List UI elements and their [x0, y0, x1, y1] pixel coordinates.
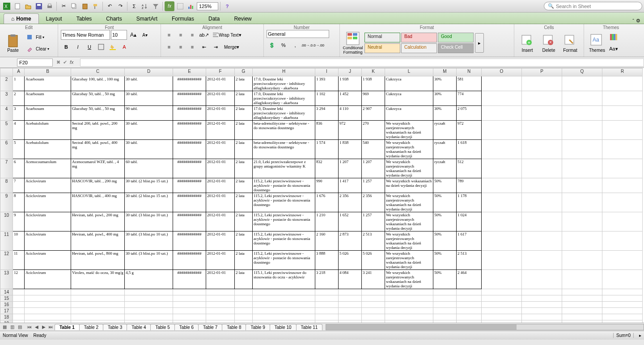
- column-header[interactable]: B: [25, 68, 71, 76]
- cell[interactable]: Aciclovirum: [25, 231, 71, 251]
- column-header[interactable]: H: [253, 68, 315, 76]
- cell[interactable]: Sectral 400, tabl. powl., 400 mg: [71, 140, 125, 159]
- cell[interactable]: 2 873: [339, 231, 362, 251]
- cell[interactable]: [562, 295, 602, 302]
- cell[interactable]: [339, 295, 362, 302]
- cell[interactable]: 2 lata: [235, 212, 253, 231]
- cell[interactable]: 774: [457, 91, 482, 106]
- cell[interactable]: [602, 121, 643, 140]
- cell[interactable]: [173, 320, 206, 323]
- cell[interactable]: [173, 308, 206, 314]
- cell[interactable]: 4: [13, 121, 25, 140]
- chart-icon[interactable]: [186, 1, 196, 11]
- cell[interactable]: [522, 140, 562, 159]
- cell[interactable]: [602, 289, 643, 295]
- cell[interactable]: 50%: [433, 212, 457, 231]
- cell[interactable]: [522, 121, 562, 140]
- sheet-tab[interactable]: Table 8: [222, 324, 246, 330]
- cell[interactable]: [602, 295, 643, 302]
- cell[interactable]: [457, 320, 482, 323]
- cell[interactable]: [562, 308, 602, 314]
- align-left-icon[interactable]: ≡: [164, 42, 174, 52]
- cell[interactable]: 30 tabl. (3 blist.po 10 szt.): [125, 251, 173, 270]
- cell[interactable]: [562, 140, 602, 159]
- tab-tables[interactable]: Tables: [69, 14, 99, 24]
- tab-charts[interactable]: Charts: [99, 14, 129, 24]
- cell[interactable]: 60 tabl.: [125, 159, 173, 178]
- cell[interactable]: 1 178: [457, 193, 482, 212]
- cell[interactable]: 1 257: [362, 212, 385, 231]
- row-header[interactable]: 18: [0, 314, 13, 320]
- cell[interactable]: [482, 178, 522, 193]
- cell[interactable]: 2012-01-01: [206, 140, 235, 159]
- cell[interactable]: [253, 289, 315, 295]
- filter-icon[interactable]: [151, 1, 161, 11]
- cell[interactable]: [253, 308, 315, 314]
- cell[interactable]: [173, 295, 206, 302]
- cell[interactable]: [562, 76, 602, 91]
- cell[interactable]: 11: [13, 251, 25, 270]
- cell[interactable]: 836: [315, 121, 339, 140]
- cell[interactable]: [562, 106, 602, 121]
- cell[interactable]: 1 838: [339, 140, 362, 159]
- save-icon[interactable]: [34, 1, 44, 11]
- cell[interactable]: [482, 320, 522, 323]
- undo-icon[interactable]: ↶: [105, 1, 114, 11]
- cell[interactable]: 8: [13, 193, 25, 212]
- cell[interactable]: [602, 231, 643, 251]
- style-bad[interactable]: Bad: [401, 33, 437, 42]
- cell[interactable]: [602, 159, 643, 178]
- cell[interactable]: Acarbosum: [25, 106, 71, 121]
- view-break-icon[interactable]: ▤: [16, 324, 23, 330]
- currency-icon[interactable]: 💲: [267, 40, 277, 50]
- cell[interactable]: [433, 295, 457, 302]
- cell[interactable]: [385, 314, 433, 320]
- cell[interactable]: [25, 302, 71, 308]
- cell[interactable]: [385, 289, 433, 295]
- style-neutral[interactable]: Neutral: [364, 43, 400, 53]
- cell[interactable]: 50%: [433, 178, 457, 193]
- cell[interactable]: 1 938: [362, 76, 385, 91]
- sheet-tab[interactable]: Table 7: [198, 324, 222, 330]
- indent-decrease-icon[interactable]: ⇤: [199, 42, 209, 52]
- cell[interactable]: [482, 106, 522, 121]
- cell[interactable]: [25, 320, 71, 323]
- cell[interactable]: HASCOVIR, tabl. , 400 mg: [71, 193, 125, 212]
- cell[interactable]: [562, 320, 602, 323]
- sheet-area[interactable]: ABCDEFGHIJKLMNOPQR21AcarbosumGlucobay 10…: [0, 68, 644, 323]
- cell[interactable]: 1 102: [315, 91, 339, 106]
- align-top-icon[interactable]: ≡: [164, 30, 174, 40]
- cell[interactable]: [13, 320, 25, 323]
- cell[interactable]: [206, 320, 235, 323]
- cell[interactable]: [125, 289, 173, 295]
- cancel-formula-icon[interactable]: ✖: [56, 59, 60, 65]
- cell[interactable]: [339, 320, 362, 323]
- fill-button[interactable]: [24, 32, 35, 42]
- increase-decimal-icon[interactable]: .0→.00: [313, 40, 324, 50]
- cell[interactable]: 3 888: [315, 251, 339, 270]
- cell[interactable]: 17.0, Doustne leki przeciwcukrzycowe - i…: [253, 91, 315, 106]
- cell[interactable]: [522, 314, 562, 320]
- cell[interactable]: 2 lata: [235, 91, 253, 106]
- cell[interactable]: Cukrzyca: [385, 76, 433, 91]
- cell[interactable]: [235, 302, 253, 308]
- cell[interactable]: [562, 251, 602, 270]
- column-header[interactable]: C: [71, 68, 125, 76]
- cell[interactable]: 2 lata: [235, 76, 253, 91]
- cell[interactable]: 5 026: [339, 251, 362, 270]
- format-button[interactable]: Format: [560, 30, 580, 56]
- cell[interactable]: [562, 302, 602, 308]
- cell[interactable]: 30 tabl. (3 blist.po 10 szt.): [125, 212, 173, 231]
- cell[interactable]: 990: [315, 178, 339, 193]
- cell[interactable]: [602, 320, 643, 323]
- cell[interactable]: [482, 270, 522, 289]
- comma-icon[interactable]: ,: [290, 40, 301, 50]
- paste-icon[interactable]: [80, 1, 90, 11]
- cell[interactable]: 6: [13, 159, 25, 178]
- cell[interactable]: 2 160: [315, 231, 339, 251]
- cell[interactable]: [206, 314, 235, 320]
- shrink-font-icon[interactable]: A▾: [140, 30, 150, 40]
- cell[interactable]: [385, 302, 433, 308]
- sheet-tab[interactable]: Table 9: [246, 324, 270, 330]
- row-header[interactable]: 17: [0, 308, 13, 314]
